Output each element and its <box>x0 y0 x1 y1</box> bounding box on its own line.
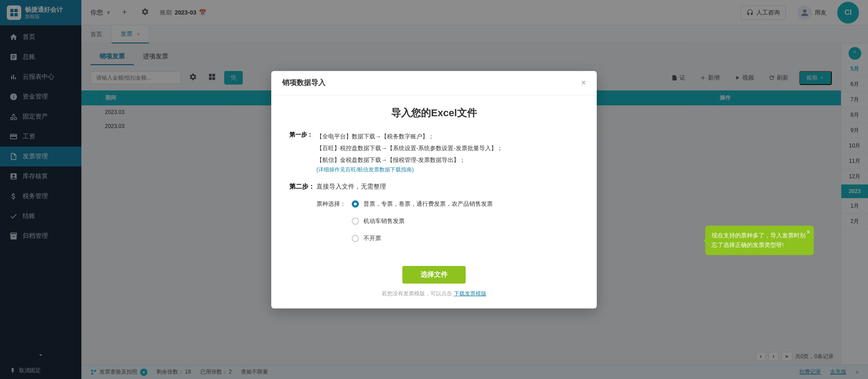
modal-footer: 选择文件 若您没有发票模版，可以点击 下载发票模版 <box>271 261 597 308</box>
radio-group: 票种选择： 普票，专票，卷票，通行费发票，农产品销售发票 机动车销售发票 <box>289 200 579 247</box>
download-template-link[interactable]: 下载发票模版 <box>454 290 486 297</box>
modal-overlay[interactable]: 销项数据导入 × 导入您的Excel文件 第一步： 【全电平台】数据下载→【税务… <box>0 0 868 379</box>
select-file-btn[interactable]: 选择文件 <box>402 266 466 284</box>
step2: 第二步： 直接导入文件，无需整理 <box>289 183 579 191</box>
guide-link[interactable]: (详细操作见百旺/航信发票数据下载指南) <box>316 166 503 174</box>
import-modal: 销项数据导入 × 导入您的Excel文件 第一步： 【全电平台】数据下载→【税务… <box>271 71 597 308</box>
footer-note: 若您没有发票模版，可以点击 下载发票模版 <box>382 290 486 298</box>
radio-no-ticket[interactable]: 不开票 <box>352 234 493 242</box>
modal-close-btn[interactable]: × <box>581 78 586 88</box>
modal-body: 导入您的Excel文件 第一步： 【全电平台】数据下载→【税务数字账户】； 【百… <box>271 95 597 261</box>
radio-vehicle[interactable]: 机动车销售发票 <box>352 217 493 225</box>
radio-normal-circle <box>352 200 359 208</box>
step1: 第一步： 【全电平台】数据下载→【税务数字账户】； 【百旺】税控盘数据下载→【系… <box>289 131 579 174</box>
tooltip-close-btn[interactable]: × <box>807 228 810 236</box>
radio-no-ticket-circle <box>352 235 359 242</box>
radio-vehicle-circle <box>352 218 359 225</box>
tooltip-container: × 现在支持的票种多了，导入发票时别忘了选择正确的发票类型呀! <box>705 238 728 243</box>
tooltip-bubble: × 现在支持的票种多了，导入发票时别忘了选择正确的发票类型呀! <box>705 226 814 256</box>
modal-header: 销项数据导入 × <box>271 71 597 95</box>
radio-normal[interactable]: 普票，专票，卷票，通行费发票，农产品销售发票 <box>352 200 493 208</box>
